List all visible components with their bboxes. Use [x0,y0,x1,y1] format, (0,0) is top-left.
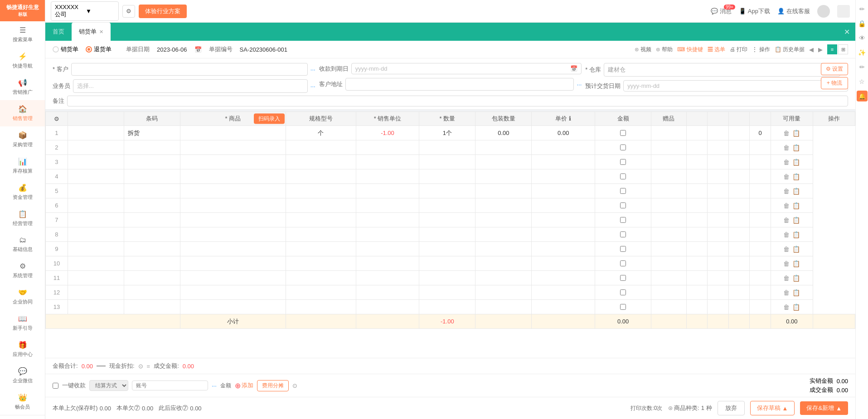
row-gift-1[interactable] [595,126,651,140]
delete-icon-2[interactable]: 🗑 [783,144,790,151]
row-gift-6[interactable] [595,198,651,213]
payment-account-input[interactable] [132,380,208,390]
salesperson-input[interactable]: 选择... [73,79,308,93]
delete-icon-6[interactable]: 🗑 [783,202,790,209]
row-unit-3[interactable] [286,155,356,169]
sidebar-item-sales[interactable]: 🏠 销售管理 [0,100,45,126]
gift-checkbox-12[interactable] [620,289,626,295]
row-amount-3[interactable] [532,155,595,169]
window-close-icon[interactable]: ✕ [844,28,850,36]
view-btn-grid[interactable]: ⊞ [838,44,848,54]
sidebar-item-system[interactable]: ⚙ 系统管理 [0,257,45,284]
row-amount-13[interactable] [532,300,595,314]
row-spec-4[interactable] [180,169,286,184]
row-amount-11[interactable] [532,271,595,285]
row-price-9[interactable] [475,242,532,256]
abandon-button[interactable]: 放弃 [718,401,745,415]
row-pkg-qty-10[interactable] [419,256,475,271]
sidebar-item-app[interactable]: 🎁 应用中心 [0,336,45,362]
row-amount-9[interactable] [532,242,595,256]
row-gift-13[interactable] [595,300,651,314]
row-spec-8[interactable] [180,227,286,242]
row-gift-10[interactable] [595,256,651,271]
row-barcode-5[interactable] [68,184,124,198]
right-panel-star-icon[interactable]: ✨ [857,47,868,58]
copy-icon-12[interactable]: 📋 [792,289,800,296]
row-unit-13[interactable] [286,300,356,314]
row-product-9[interactable] [124,242,180,256]
row-unit-8[interactable] [286,227,356,242]
row-product-3[interactable] [124,155,180,169]
row-product-1[interactable]: 拆货 [124,126,180,140]
row-product-7[interactable] [124,213,180,227]
row-barcode-6[interactable] [68,198,124,213]
notes-input[interactable] [67,96,848,106]
gift-checkbox-13[interactable] [620,304,626,310]
sidebar-item-purchase[interactable]: 📦 采购管理 [0,126,45,153]
gift-checkbox-3[interactable] [620,159,626,165]
gift-checkbox-7[interactable] [620,217,626,223]
add-payment-button[interactable]: ⊕ 添加 [235,381,253,390]
row-spec-5[interactable] [180,184,286,198]
row-spec-2[interactable] [180,140,286,155]
gift-checkbox-9[interactable] [620,246,626,252]
delete-icon-12[interactable]: 🗑 [783,289,790,296]
row-unit-12[interactable] [286,285,356,300]
row-pkg-qty-9[interactable] [419,242,475,256]
expense-button[interactable]: 费用分摊 [257,380,289,391]
row-unit-5[interactable] [286,184,356,198]
row-amount-2[interactable] [532,140,595,155]
row-gift-2[interactable] [595,140,651,155]
row-pkg-qty-4[interactable] [419,169,475,184]
row-amount-12[interactable] [532,285,595,300]
one-click-pay-checkbox[interactable] [53,383,58,389]
row-unit-11[interactable] [286,271,356,285]
view-btn-list[interactable]: ≡ [827,44,837,54]
row-price-12[interactable] [475,285,532,300]
row-amount-10[interactable] [532,256,595,271]
row-barcode-4[interactable] [68,169,124,184]
row-spec-6[interactable] [180,198,286,213]
copy-icon-5[interactable]: 📋 [792,188,800,195]
prev-icon[interactable]: ◀ [809,46,814,53]
row-pkg-qty-1[interactable]: 1个 [419,126,475,140]
row-spec-10[interactable] [180,256,286,271]
row-gift-3[interactable] [595,155,651,169]
row-spec-7[interactable] [180,213,286,227]
user-menu-btn[interactable] [837,5,850,18]
company-select[interactable]: XXXXXX公司 ▼ [51,1,119,21]
sidebar-item-search[interactable]: ☰ 搜索菜单 [0,21,45,48]
right-panel-pen-icon[interactable]: ✏ [857,62,868,72]
trial-button[interactable]: 体验行业方案 [139,5,187,18]
sidebar-item-guide[interactable]: 📖 新手引导 [0,310,45,336]
row-gift-4[interactable] [595,169,651,184]
row-unit-10[interactable] [286,256,356,271]
row-price-7[interactable] [475,213,532,227]
delete-icon-8[interactable]: 🗑 [783,231,790,238]
delete-icon-9[interactable]: 🗑 [783,246,790,253]
gift-checkbox-5[interactable] [620,188,626,194]
row-pkg-qty-6[interactable] [419,198,475,213]
row-amount-7[interactable] [532,213,595,227]
scan-button[interactable]: 扫码录入 [254,114,285,124]
expected-date-input[interactable]: yyyy-mm-dd 📅 [623,80,848,92]
logistics-button[interactable]: + 物流 [821,77,848,89]
row-price-3[interactable] [475,155,532,169]
copy-icon-6[interactable]: 📋 [792,202,800,209]
row-gift-12[interactable] [595,285,651,300]
row-barcode-7[interactable] [68,213,124,227]
gift-checkbox-6[interactable] [620,202,626,208]
row-qty-5[interactable] [356,184,419,198]
delete-icon-4[interactable]: 🗑 [783,173,790,180]
row-gift-8[interactable] [595,227,651,242]
row-qty-1[interactable]: -1.00 [356,126,419,140]
shortcuts-action[interactable]: ⌨ 快捷键 [677,46,703,53]
row-barcode-8[interactable] [68,227,124,242]
row-price-10[interactable] [475,256,532,271]
right-panel-bookmark-icon[interactable]: ☆ [857,76,868,87]
row-product-4[interactable] [124,169,180,184]
video-action[interactable]: ⊙ 视频 [635,46,651,53]
row-price-11[interactable] [475,271,532,285]
gift-checkbox-4[interactable] [620,173,626,179]
row-qty-13[interactable] [356,300,419,314]
